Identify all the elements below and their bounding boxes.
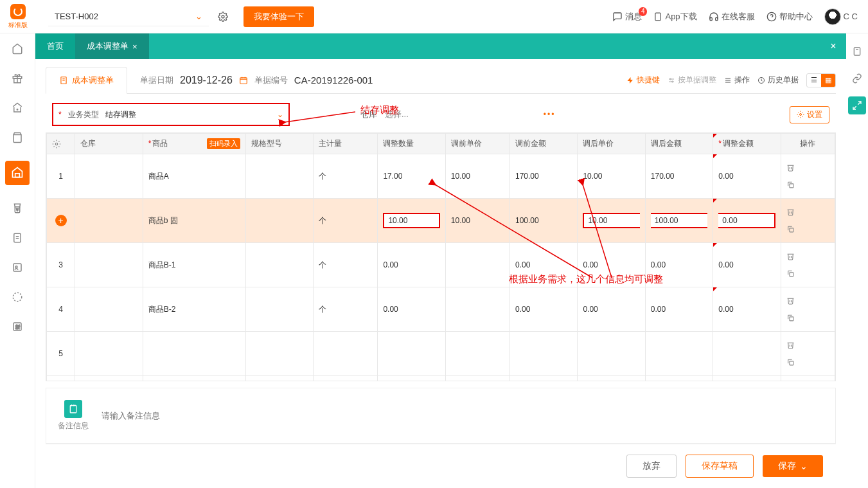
adj-amt-input[interactable]: 0.00 [718, 213, 775, 228]
help-link[interactable]: 帮助中心 [766, 11, 813, 23]
copy-icon[interactable] [786, 358, 829, 366]
service-link[interactable]: 在线客服 [709, 11, 755, 23]
cell-qty[interactable] [378, 376, 445, 382]
table-row[interactable]: 5 [47, 332, 835, 376]
save-draft-button[interactable]: 保存草稿 [686, 455, 754, 478]
cell-qty[interactable]: 10.00 [378, 199, 445, 243]
nav-clipboard-icon[interactable] [11, 231, 24, 244]
cell-product[interactable] [143, 376, 245, 382]
tab-cost-adjust[interactable]: 成本调整单 × [75, 33, 149, 59]
copy-icon[interactable] [786, 269, 829, 278]
delete-icon[interactable] [786, 252, 829, 260]
cell-spec[interactable] [245, 154, 313, 199]
delete-icon[interactable] [786, 341, 829, 349]
cell-product[interactable]: 商品B-2 [143, 287, 245, 332]
cell-warehouse[interactable] [75, 199, 143, 243]
cell-spec[interactable] [245, 243, 313, 287]
cell-qty[interactable]: 0.00 [378, 243, 445, 287]
cell-warehouse[interactable] [75, 154, 143, 199]
copy-icon[interactable] [786, 181, 829, 189]
add-row-icon[interactable]: + [55, 215, 67, 226]
gear-icon[interactable] [218, 12, 228, 22]
post-price-input[interactable]: 10.00 [583, 213, 639, 228]
view-toggle[interactable]: ☰▦ [806, 73, 836, 87]
tabs-close-all[interactable]: × [820, 33, 846, 59]
table-row[interactable]: 3商品B-1个0.000.000.000.000.00 [47, 243, 835, 287]
cell-warehouse[interactable] [75, 243, 143, 287]
cell-warehouse[interactable] [75, 332, 143, 376]
by-bill-action[interactable]: 按单据调整 [668, 75, 716, 86]
scan-input-tag[interactable]: 扫码录入 [207, 138, 240, 149]
table-row[interactable]: 6 [47, 376, 835, 382]
app-download-link[interactable]: App下载 [653, 11, 696, 23]
cell-adj-amt[interactable]: 0.00 [713, 199, 781, 243]
settings-button[interactable]: 设置 [790, 106, 829, 123]
cell-post-price[interactable] [578, 332, 645, 376]
nav-loading-icon[interactable] [11, 291, 24, 303]
cell-product[interactable]: 商品B-1 [143, 243, 245, 287]
copy-icon[interactable] [786, 314, 829, 322]
cell-post-price[interactable] [578, 376, 645, 382]
col-gear[interactable] [47, 134, 75, 154]
view-list-icon[interactable]: ☰ [807, 74, 821, 87]
nav-warehouse-icon[interactable] [5, 161, 30, 185]
logo[interactable]: 标准版 [0, 4, 35, 30]
table-row[interactable]: 4商品B-2个0.000.000.000.000.00 [47, 287, 835, 332]
cell-post-amt[interactable] [645, 376, 713, 382]
table-row[interactable]: 1商品A个17.0010.00170.0010.00170.000.00 [47, 154, 835, 199]
shortcut-action[interactable]: 快捷键 [626, 75, 660, 86]
cell-post-price[interactable]: 0.00 [578, 287, 645, 332]
delete-icon[interactable] [786, 208, 829, 216]
qty-input[interactable]: 10.00 [383, 213, 439, 228]
calendar-icon[interactable] [239, 76, 248, 85]
delete-icon[interactable] [786, 163, 829, 172]
cell-qty[interactable] [378, 332, 445, 376]
cell-post-price[interactable]: 10.00 [578, 199, 645, 243]
cell-adj-amt[interactable] [713, 376, 781, 382]
cell-adj-amt[interactable]: 0.00 [713, 287, 781, 332]
view-grid-icon[interactable]: ▦ [821, 74, 835, 87]
cell-product[interactable] [143, 332, 245, 376]
discard-button[interactable]: 放弃 [626, 455, 677, 478]
doc-title-tab[interactable]: 成本调整单 [46, 67, 127, 94]
nav-bag-icon[interactable] [11, 131, 24, 144]
cell-product[interactable]: 商品A [143, 154, 245, 199]
save-button[interactable]: 保存⌄ [763, 455, 823, 477]
cell-adj-amt[interactable]: 0.00 [713, 154, 781, 199]
cell-spec[interactable] [245, 376, 313, 382]
operate-action[interactable]: 操作 [724, 75, 750, 86]
cell-product[interactable]: 商品b 固 [143, 199, 245, 243]
cell-spec[interactable] [245, 332, 313, 376]
nav-money-icon[interactable]: ¥ [11, 202, 24, 215]
cell-post-amt[interactable]: 0.00 [645, 287, 713, 332]
remark-input[interactable] [102, 411, 824, 420]
cell-spec[interactable] [245, 287, 313, 332]
company-select[interactable]: TEST-H002 ⌄ [48, 7, 209, 26]
message-link[interactable]: 消息 4 [612, 11, 642, 23]
post-amt-input[interactable]: 100.00 [651, 213, 707, 228]
cell-post-price[interactable]: 10.00 [578, 154, 645, 199]
nav-contact-icon[interactable] [11, 261, 24, 274]
table-row[interactable]: +商品b 固个10.0010.00100.0010.00100.000.00 [47, 199, 835, 243]
cell-warehouse[interactable] [75, 287, 143, 332]
cell-warehouse[interactable] [75, 376, 143, 382]
try-button[interactable]: 我要体验一下 [244, 6, 314, 27]
tab-home[interactable]: 首页 [35, 33, 75, 59]
link-panel-icon[interactable] [848, 69, 866, 87]
cell-post-amt[interactable]: 170.00 [645, 154, 713, 199]
cell-post-amt[interactable] [645, 332, 713, 376]
cell-qty[interactable]: 0.00 [378, 287, 445, 332]
user-menu[interactable]: C C [824, 8, 858, 25]
note-panel-icon[interactable] [848, 42, 866, 60]
nav-home-icon[interactable] [11, 42, 24, 55]
nav-gift-icon[interactable] [11, 72, 24, 85]
copy-icon[interactable] [786, 225, 829, 233]
cell-post-amt[interactable]: 100.00 [645, 199, 713, 243]
cell-adj-amt[interactable] [713, 332, 781, 376]
cell-adj-amt[interactable]: 0.00 [713, 243, 781, 287]
biz-type-select[interactable]: * 业务类型 结存调整 ⌄ [52, 103, 290, 126]
more-dots-icon[interactable]: ••• [544, 110, 556, 119]
expand-panel-icon[interactable] [848, 96, 866, 114]
cell-qty[interactable]: 17.00 [378, 154, 445, 199]
history-action[interactable]: 历史单据 [757, 75, 799, 86]
